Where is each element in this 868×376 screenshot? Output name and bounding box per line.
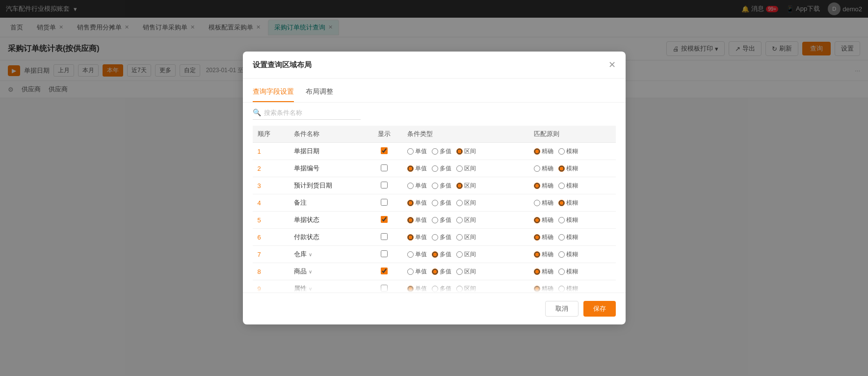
row-type-cell: 单值多值区间 [402, 143, 528, 160]
row-match-cell: 精确模糊 [529, 229, 616, 246]
row-display-checkbox-cell [366, 143, 402, 160]
match-radio-模糊[interactable]: 模糊 [558, 285, 578, 293]
match-radio-模糊[interactable]: 模糊 [558, 164, 578, 173]
row-condition-name: 付款状态 [289, 229, 367, 246]
row-match-cell: 精确模糊 [529, 194, 616, 212]
row-condition-name: 预计到货日期 [289, 177, 367, 194]
match-radio-精确[interactable]: 精确 [534, 233, 553, 242]
save-button[interactable]: 保存 [583, 301, 616, 317]
type-radio-区间[interactable]: 区间 [456, 199, 476, 207]
dropdown-arrow-icon[interactable]: ∨ [309, 252, 312, 257]
type-radio-多值[interactable]: 多值 [432, 233, 451, 242]
type-radio-单值[interactable]: 单值 [407, 285, 427, 293]
row-seq: 1 [253, 143, 289, 160]
dropdown-arrow-icon[interactable]: ∨ [309, 269, 312, 274]
tab-field-settings[interactable]: 查询字段设置 [253, 84, 294, 102]
type-radio-单值[interactable]: 单值 [407, 233, 427, 242]
match-radio-精确[interactable]: 精确 [534, 250, 553, 259]
row-match-cell: 精确模糊 [529, 160, 616, 177]
match-radio-精确[interactable]: 精确 [534, 182, 553, 190]
match-radio-模糊[interactable]: 模糊 [558, 182, 578, 190]
match-radio-精确[interactable]: 精确 [534, 268, 553, 276]
row-type-cell: 单值多值区间 [402, 194, 528, 212]
type-radio-区间[interactable]: 区间 [456, 147, 476, 156]
type-radio-多值[interactable]: 多值 [432, 285, 451, 293]
match-radio-精确[interactable]: 精确 [534, 285, 553, 293]
match-radio-精确[interactable]: 精确 [534, 164, 553, 173]
match-radio-模糊[interactable]: 模糊 [558, 216, 578, 224]
row-display-checkbox-cell [366, 160, 402, 177]
display-checkbox[interactable] [381, 199, 388, 206]
row-type-cell: 单值多值区间 [402, 212, 528, 229]
type-radio-多值[interactable]: 多值 [432, 147, 451, 156]
row-type-cell: 单值多值区间 [402, 280, 528, 293]
display-checkbox[interactable] [381, 182, 388, 188]
type-radio-单值[interactable]: 单值 [407, 182, 427, 190]
type-radio-区间[interactable]: 区间 [456, 164, 476, 173]
type-radio-区间[interactable]: 区间 [456, 216, 476, 224]
table-row: 5单据状态单值多值区间精确模糊 [253, 212, 616, 229]
match-radio-模糊[interactable]: 模糊 [558, 199, 578, 207]
type-radio-单值[interactable]: 单值 [407, 164, 427, 173]
col-type: 条件类型 [402, 126, 528, 143]
match-radio-精确[interactable]: 精确 [534, 199, 553, 207]
display-checkbox[interactable] [381, 216, 388, 223]
table-row: 6付款状态单值多值区间精确模糊 [253, 229, 616, 246]
match-radio-精确[interactable]: 精确 [534, 216, 553, 224]
row-display-checkbox-cell [366, 229, 402, 246]
display-checkbox[interactable] [381, 147, 388, 154]
display-checkbox[interactable] [381, 285, 388, 292]
type-radio-多值[interactable]: 多值 [432, 164, 451, 173]
row-match-cell: 精确模糊 [529, 143, 616, 160]
search-input[interactable] [264, 109, 352, 116]
modal-search-area: 🔍 [243, 103, 626, 126]
modal-close-button[interactable]: ✕ [608, 59, 616, 70]
row-display-checkbox-cell [366, 212, 402, 229]
table-row: 3预计到货日期单值多值区间精确模糊 [253, 177, 616, 194]
conditions-table: 顺序 条件名称 显示 条件类型 匹配原则 1单据日期单值多值区间精确模糊2单据编… [253, 126, 616, 293]
type-radio-单值[interactable]: 单值 [407, 268, 427, 276]
row-condition-name: 单据日期 [289, 143, 367, 160]
modal-title: 设置查询区域布局 [253, 60, 312, 70]
table-row: 2单据编号单值多值区间精确模糊 [253, 160, 616, 177]
type-radio-单值[interactable]: 单值 [407, 147, 427, 156]
match-radio-模糊[interactable]: 模糊 [558, 250, 578, 259]
type-radio-多值[interactable]: 多值 [432, 250, 451, 259]
dropdown-arrow-icon[interactable]: ∨ [309, 286, 312, 292]
row-condition-name: 仓库∨ [289, 246, 367, 263]
match-radio-模糊[interactable]: 模糊 [558, 147, 578, 156]
display-checkbox[interactable] [381, 233, 388, 240]
modal-header: 设置查询区域布局 ✕ [243, 52, 626, 79]
type-radio-多值[interactable]: 多值 [432, 216, 451, 224]
row-seq: 9 [253, 280, 289, 293]
type-radio-区间[interactable]: 区间 [456, 268, 476, 276]
row-match-cell: 精确模糊 [529, 280, 616, 293]
row-type-cell: 单值多值区间 [402, 246, 528, 263]
row-type-cell: 单值多值区间 [402, 263, 528, 280]
match-radio-模糊[interactable]: 模糊 [558, 233, 578, 242]
type-radio-多值[interactable]: 多值 [432, 268, 451, 276]
display-checkbox[interactable] [381, 164, 388, 171]
col-display: 显示 [366, 126, 402, 143]
row-seq: 7 [253, 246, 289, 263]
match-radio-精确[interactable]: 精确 [534, 147, 553, 156]
tab-layout-adjust[interactable]: 布局调整 [306, 84, 333, 102]
type-radio-区间[interactable]: 区间 [456, 285, 476, 293]
col-seq: 顺序 [253, 126, 289, 143]
match-radio-模糊[interactable]: 模糊 [558, 268, 578, 276]
display-checkbox[interactable] [381, 250, 388, 257]
type-radio-区间[interactable]: 区间 [456, 250, 476, 259]
cancel-button[interactable]: 取消 [545, 301, 579, 317]
col-match: 匹配原则 [529, 126, 616, 143]
type-radio-区间[interactable]: 区间 [456, 233, 476, 242]
type-radio-多值[interactable]: 多值 [432, 199, 451, 207]
type-radio-多值[interactable]: 多值 [432, 182, 451, 190]
type-radio-单值[interactable]: 单值 [407, 250, 427, 259]
type-radio-单值[interactable]: 单值 [407, 216, 427, 224]
type-radio-单值[interactable]: 单值 [407, 199, 427, 207]
display-checkbox[interactable] [381, 268, 388, 274]
row-seq: 4 [253, 194, 289, 212]
row-type-cell: 单值多值区间 [402, 177, 528, 194]
type-radio-区间[interactable]: 区间 [456, 182, 476, 190]
search-box: 🔍 [253, 108, 361, 120]
